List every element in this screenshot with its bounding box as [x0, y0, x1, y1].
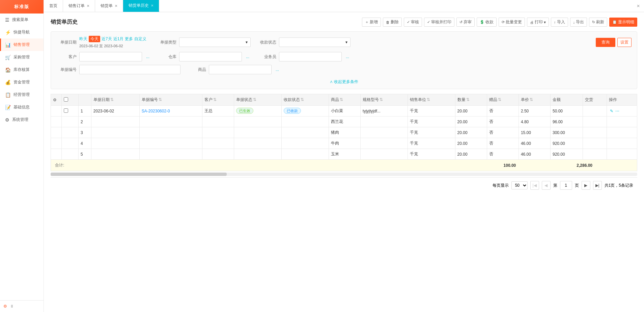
cell-doc-no[interactable]: [139, 127, 202, 138]
col-actions: 操作: [607, 94, 637, 106]
tab-home[interactable]: 首页: [44, 0, 63, 12]
col-quantity[interactable]: 数量⇅: [455, 94, 487, 106]
sidebar-item-search-menu[interactable]: ☰ 搜索菜单: [0, 14, 44, 26]
cell-doc-no[interactable]: SA-20230602-0: [139, 106, 202, 116]
cell-gift: 否: [487, 149, 519, 160]
new-button[interactable]: ＋ 新增: [362, 18, 381, 27]
goods-input[interactable]: [209, 65, 272, 74]
next-page-button[interactable]: ▶: [582, 181, 590, 190]
sidebar-item-ops-mgmt[interactable]: 📋 经营管理: [0, 88, 44, 101]
first-page-button[interactable]: |◀: [530, 181, 539, 190]
sidebar-settings-icon[interactable]: ⚙: [3, 304, 7, 309]
select-all-checkbox[interactable]: [64, 97, 68, 102]
sidebar-item-purchase-mgmt[interactable]: 🛒 采购管理: [0, 51, 44, 63]
cell-checkbox[interactable]: [62, 149, 79, 160]
goods-ellipsis[interactable]: ...: [274, 67, 280, 72]
prev-page-button[interactable]: ◀: [542, 181, 551, 190]
sort-doc-date-icon: ⇅: [110, 97, 114, 102]
abandon-button[interactable]: ↺ 弃审: [456, 18, 475, 27]
col-gift[interactable]: 赠品⇅: [487, 94, 519, 106]
salesperson-ellipsis[interactable]: ...: [344, 54, 351, 59]
last-page-button[interactable]: ▶|: [593, 181, 602, 190]
sidebar-item-quick-nav[interactable]: ⚡ 快捷导航: [0, 26, 44, 38]
doc-type-select[interactable]: ▾: [179, 37, 251, 47]
page-size-select[interactable]: 50: [511, 181, 528, 189]
cell-trade: [583, 127, 607, 138]
audit-print-button[interactable]: ✓ 审核并打印: [424, 18, 454, 27]
more-action[interactable]: ⋯: [614, 109, 620, 113]
finance-mgmt-icon: 💰: [5, 80, 11, 85]
warehouse-input[interactable]: [179, 52, 242, 61]
cell-goods: 牛肉: [329, 138, 360, 149]
salesperson-input[interactable]: [279, 52, 342, 61]
cell-gift: 否: [487, 116, 519, 127]
query-button[interactable]: 查询: [596, 38, 615, 47]
sidebar-item-label: 快捷导航: [13, 29, 30, 35]
show-detail-button[interactable]: 📋 显示明细: [609, 18, 637, 27]
delete-button[interactable]: 🗑 删除: [383, 18, 402, 27]
tab-sales-goods[interactable]: 销货单 ✕: [95, 0, 123, 12]
sidebar-item-basic-info[interactable]: 📝 基础信息: [0, 101, 44, 113]
sidebar-bottom: ⚙ ⏸: [0, 300, 44, 312]
tab-sales-goods-close[interactable]: ✕: [115, 4, 117, 8]
sidebar-item-sales-mgmt[interactable]: 📊 销售管理: [0, 38, 44, 51]
col-unit[interactable]: 销售单位⇅: [408, 94, 455, 106]
import-button[interactable]: ↑ 导入: [551, 18, 568, 27]
col-doc-date[interactable]: 单据日期⇅: [91, 94, 139, 106]
cell-doc-no[interactable]: [139, 149, 202, 160]
batch-change-button[interactable]: ⟳ 批量变更: [499, 18, 525, 27]
tab-sales-order-close[interactable]: ✕: [87, 4, 89, 8]
date-shortcut-1month[interactable]: 近1月: [113, 36, 124, 42]
cell-payment-status: [281, 127, 329, 138]
tab-bar-close-all[interactable]: ✕: [633, 4, 644, 8]
settings-filter-button[interactable]: 设置: [617, 38, 632, 47]
tab-sales-history[interactable]: 销货单历史 ✕: [123, 0, 159, 12]
cell-doc-no[interactable]: [139, 138, 202, 149]
col-spec[interactable]: 规格型号⇅: [361, 94, 408, 106]
date-shortcut-more[interactable]: 更多: [125, 36, 133, 42]
customer-ellipsis[interactable]: ...: [145, 54, 151, 59]
collapse-button[interactable]: ∧ 收起更多条件: [56, 78, 632, 85]
cell-doc-no[interactable]: [139, 116, 202, 127]
cell-checkbox[interactable]: [62, 106, 79, 116]
date-shortcut-custom[interactable]: 自定义: [134, 36, 146, 42]
date-shortcut-7days[interactable]: 近7天: [102, 36, 112, 42]
payment-status-select[interactable]: ▾: [279, 37, 351, 47]
col-unit-price[interactable]: 单价⇅: [519, 94, 550, 106]
cell-spec: [361, 149, 408, 160]
export-button[interactable]: ↓ 导出: [570, 18, 587, 27]
sidebar-item-sys-mgmt[interactable]: ⚙ 系统管理: [0, 113, 44, 126]
col-goods[interactable]: 商品⇅: [329, 94, 360, 106]
page-input[interactable]: [560, 181, 572, 190]
tab-sales-history-close[interactable]: ✕: [151, 4, 153, 7]
date-shortcut-today[interactable]: 今天: [89, 36, 100, 42]
cell-spec: [361, 138, 408, 149]
tab-sales-order[interactable]: 销售订单 ✕: [63, 0, 95, 12]
doc-no-input[interactable]: [79, 65, 180, 74]
audit-button[interactable]: ✓ 审核: [404, 18, 422, 27]
edit-action[interactable]: ✎: [609, 109, 614, 113]
cell-payment-status: 已收款: [281, 106, 329, 116]
col-checkbox[interactable]: [62, 94, 79, 106]
cell-customer: [202, 138, 234, 149]
print-button[interactable]: 🖨 打印 ▾: [527, 18, 549, 27]
warehouse-ellipsis[interactable]: ...: [245, 54, 251, 59]
date-shortcut-yesterday[interactable]: 昨天: [79, 36, 87, 42]
col-doc-status[interactable]: 单据状态⇅: [234, 94, 281, 106]
cell-checkbox[interactable]: [62, 138, 79, 149]
customer-input[interactable]: [79, 52, 142, 61]
col-payment-status[interactable]: 收款状态⇅: [281, 94, 329, 106]
scrollbar-thumb[interactable]: [51, 173, 227, 176]
collect-button[interactable]: 💲 收款: [477, 18, 497, 27]
cell-checkbox[interactable]: [62, 116, 79, 127]
sidebar-collapse-icon[interactable]: ⏸: [10, 304, 14, 309]
cell-checkbox[interactable]: [62, 127, 79, 138]
refresh-button[interactable]: ↻ 刷新: [589, 18, 607, 27]
sidebar-item-inventory[interactable]: 🏠 库存核算: [0, 63, 44, 76]
sidebar-item-finance-mgmt[interactable]: 💰 资金管理: [0, 76, 44, 88]
horizontal-scrollbar[interactable]: [51, 173, 637, 176]
col-customer[interactable]: 客户⇅: [202, 94, 234, 106]
row-checkbox[interactable]: [64, 108, 68, 113]
col-settings[interactable]: ⚙: [51, 94, 62, 106]
col-doc-no[interactable]: 单据编号⇅: [139, 94, 202, 106]
